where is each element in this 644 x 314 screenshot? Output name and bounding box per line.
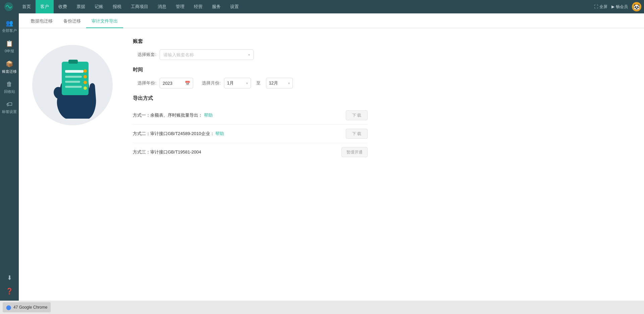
year-value: 2023 [163,81,185,86]
method-3-open-button[interactable]: 暂缓开通 [341,147,368,157]
nav-service[interactable]: 服务 [207,0,225,13]
to-text: 至 [254,80,263,86]
taskbar-item-label: 47 Google Chrome [13,305,47,310]
account-select-box[interactable]: ▾ [160,49,254,60]
illustration-wrapper [32,45,113,125]
zero-filing-icon: 📋 [6,40,13,47]
sidebar-item-zero-filing[interactable]: 📋 0申报 [0,37,19,57]
nav-settings[interactable]: 设置 [225,0,244,13]
taskbar: ⬤ 47 Google Chrome [0,301,644,314]
method-2-text: 方式二：审计接口GB/T24589-2010企业： 帮助 [133,131,346,137]
fullscreen-label: 全屏 [599,4,607,10]
time-row: 选择年份: 2023 📅 选择月份: 1月 ▾ 至 12月 ▾ [133,78,368,88]
nav-business[interactable]: 工商项目 [126,0,153,13]
month-start-arrow: ▾ [246,81,248,85]
vip-button[interactable]: ▶ 畅会员 [611,4,628,10]
time-section-title: 时间 [133,67,368,73]
all-customers-icon: 👥 [6,19,13,27]
sidebar-download-button[interactable]: ⬇ [0,272,19,284]
calendar-icon: 📅 [185,81,190,86]
tab-audit-export[interactable]: 审计文件导出 [86,15,123,28]
app-logo[interactable] [3,1,15,13]
method-2-download-button[interactable]: 下 载 [346,129,368,139]
month-start-value: 1月 [227,80,234,86]
chrome-icon: ⬤ [6,305,11,310]
sidebar-item-label-migration: 账套迁移 [2,69,17,74]
month-end-select[interactable]: 12月 ▾ [266,78,293,88]
month-end-value: 12月 [269,80,278,86]
tag-settings-icon: 🏷 [6,101,12,108]
tab-bar: 数据包迁移 备份迁移 审计文件导出 [19,13,644,28]
page-content: 账套 选择账套: ▾ 时间 选择年份: 2023 📅 [19,28,644,301]
sidebar-item-all-customers[interactable]: 👥 全部客户 [0,16,19,37]
nav-home[interactable]: 首页 [17,0,36,13]
svg-point-7 [84,75,87,78]
account-label: 选择账套: [133,52,156,58]
month-label: 选择月份: [202,80,221,86]
vip-icon: ▶ [611,4,614,9]
sidebar-item-label-recycle: 回收站 [4,89,15,94]
nav-manage[interactable]: 管理 [171,0,189,13]
sidebar-item-tag-settings[interactable]: 🏷 标签设置 [0,98,19,118]
svg-point-9 [84,86,87,90]
left-sidebar: 👥 全部客户 📋 0申报 📦 账套迁移 🗑 回收站 🏷 标签设置 ⬇ ❓ [0,13,19,301]
method-2-help-link[interactable]: 帮助 [215,131,224,136]
content-area: 数据包迁移 备份迁移 审计文件导出 [19,13,644,301]
tab-backup[interactable]: 备份迁移 [58,15,86,28]
nav-message[interactable]: 消息 [153,0,171,13]
user-avatar[interactable]: 🐼 [632,2,641,11]
account-migration-icon: 📦 [6,60,13,68]
account-section-title: 账套 [133,38,368,45]
sidebar-item-account-migration[interactable]: 📦 账套迁移 [0,57,19,77]
nav-tax[interactable]: 报税 [108,0,126,13]
svg-point-6 [84,69,87,73]
nav-right-actions: ⛶ 全屏 ▶ 畅会员 🐼 [594,2,641,11]
year-input-box[interactable]: 2023 📅 [160,78,193,88]
nav-bookkeeping[interactable]: 记账 [90,0,108,13]
export-method-3: 方式三：审计接口GB/T19581-2004 暂缓开通 [133,143,368,161]
fullscreen-icon: ⛶ [594,4,598,9]
taskbar-chrome-item[interactable]: ⬤ 47 Google Chrome [3,302,51,312]
sidebar-item-recycle[interactable]: 🗑 回收站 [0,77,19,98]
account-input[interactable] [163,52,247,57]
svg-rect-3 [65,76,82,78]
method-1-download-button[interactable]: 下 载 [346,110,368,120]
nav-invoice[interactable]: 票据 [72,0,90,13]
method-1-help-link[interactable]: 帮助 [204,113,213,118]
account-row: 选择账套: ▾ [133,49,368,60]
export-method-2: 方式二：审计接口GB/T24589-2010企业： 帮助 下 载 [133,125,368,143]
top-navigation: 首页 客户 收费 票据 记账 报税 工商项目 消息 管理 经营 服务 设置 ⛶ … [0,0,644,13]
export-method-1: 方式一：余额表、序时账批量导出： 帮助 下 载 [133,106,368,125]
sidebar-item-label-tags: 标签设置 [2,109,17,114]
recycle-icon: 🗑 [6,81,12,88]
svg-rect-5 [65,86,82,88]
nav-operations[interactable]: 经营 [189,0,207,13]
svg-rect-1 [62,62,89,95]
export-section-title: 导出方式 [133,95,368,102]
sidebar-bottom: ⬇ ❓ [0,272,19,301]
illustration-circle [32,45,113,125]
year-label: 选择年份: [133,80,156,86]
sidebar-help-button[interactable]: ❓ [0,285,19,297]
method-3-text: 方式三：审计接口GB/T19581-2004 [133,149,341,155]
account-dropdown-arrow: ▾ [248,53,250,57]
svg-rect-2 [65,70,84,73]
month-start-select[interactable]: 1月 ▾ [224,78,251,88]
fullscreen-button[interactable]: ⛶ 全屏 [594,4,607,10]
nav-customer[interactable]: 客户 [36,0,54,13]
method-1-text: 方式一：余额表、序时账批量导出： 帮助 [133,112,346,118]
svg-rect-10 [68,60,78,64]
nav-menu: 首页 客户 收费 票据 记账 报税 工商项目 消息 管理 经营 服务 设置 [17,0,594,13]
svg-point-8 [84,81,87,84]
form-area: 账套 选择账套: ▾ 时间 选择年份: 2023 📅 [133,38,368,161]
tab-data-package[interactable]: 数据包迁移 [25,15,58,28]
sidebar-item-label-zero-filing: 0申报 [5,49,14,54]
svg-rect-4 [65,81,80,83]
main-layout: 👥 全部客户 📋 0申报 📦 账套迁移 🗑 回收站 🏷 标签设置 ⬇ ❓ 数据包… [0,13,644,301]
month-end-arrow: ▾ [288,81,290,85]
vip-label: 畅会员 [616,4,628,10]
sidebar-item-label-all-customers: 全部客户 [2,28,17,33]
nav-billing[interactable]: 收费 [54,0,72,13]
